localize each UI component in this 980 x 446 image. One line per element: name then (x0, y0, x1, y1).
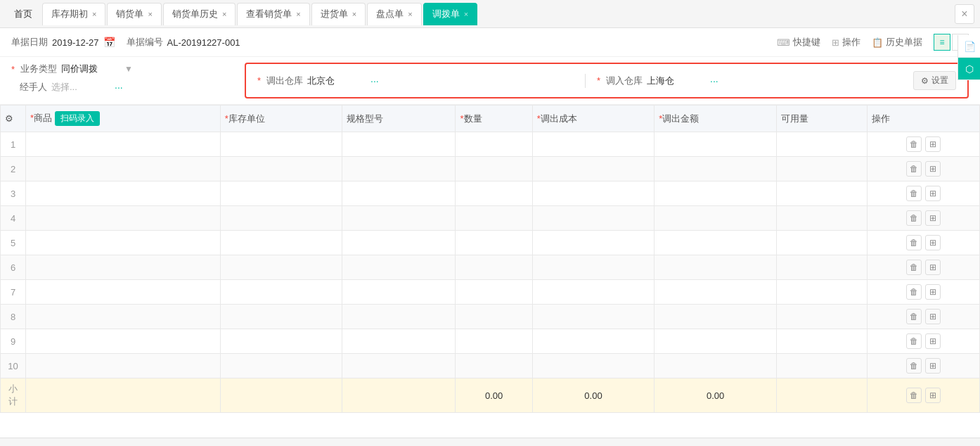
close-sales-history[interactable]: × (222, 10, 226, 18)
spec-cell[interactable] (342, 329, 456, 354)
close-sales-order[interactable]: × (148, 10, 152, 18)
footer-scrollbar[interactable] (0, 438, 980, 446)
qty-cell[interactable] (456, 329, 532, 354)
amount-cell[interactable] (655, 255, 777, 280)
tab-home[interactable]: 首页 (6, 3, 41, 25)
row-delete-btn[interactable]: 🗑 (906, 210, 922, 226)
calendar-icon[interactable]: 📅 (103, 37, 115, 48)
product-cell[interactable] (26, 255, 221, 280)
ops-btn[interactable]: ⊞ 操作 (832, 36, 860, 49)
row-delete-btn[interactable]: 🗑 (906, 333, 922, 349)
unit-cell[interactable] (220, 354, 342, 378)
spec-cell[interactable] (342, 280, 456, 305)
qty-cell[interactable] (456, 231, 532, 255)
scan-entry-btn[interactable]: 扫码录入 (55, 111, 100, 126)
cost-cell[interactable] (532, 132, 655, 157)
qty-cell[interactable] (456, 354, 532, 378)
cost-cell[interactable] (532, 280, 655, 305)
close-purchase[interactable]: × (352, 10, 356, 18)
amount-cell[interactable] (655, 132, 777, 157)
close-transfer[interactable]: × (464, 10, 468, 18)
cost-cell[interactable] (532, 181, 655, 206)
row-copy-btn[interactable]: ⊞ (925, 136, 941, 152)
unit-cell[interactable] (220, 157, 342, 181)
tab-transfer[interactable]: 调拨单 × (423, 3, 477, 25)
qty-cell[interactable] (456, 206, 532, 231)
row-copy-btn[interactable]: ⊞ (925, 284, 941, 300)
product-cell[interactable] (26, 181, 221, 206)
subtotal-delete-btn[interactable]: 🗑 (906, 388, 922, 403)
product-cell[interactable] (26, 132, 221, 157)
unit-cell[interactable] (220, 231, 342, 255)
list-view-btn[interactable]: ≡ (934, 34, 950, 51)
tab-sales-order[interactable]: 销货单 × (107, 3, 161, 25)
history-btn[interactable]: 📋 历史单据 (872, 36, 922, 49)
cost-cell[interactable] (532, 206, 655, 231)
warehouse-out-more-btn[interactable]: ··· (368, 75, 382, 87)
product-cell[interactable] (26, 206, 221, 231)
product-cell[interactable] (26, 305, 221, 329)
row-delete-btn[interactable]: 🗑 (906, 186, 922, 201)
amount-cell[interactable] (655, 354, 777, 378)
close-view-sales[interactable]: × (296, 10, 300, 18)
amount-cell[interactable] (655, 231, 777, 255)
close-inventory-init[interactable]: × (92, 10, 96, 18)
qty-cell[interactable] (456, 280, 532, 305)
cost-cell[interactable] (532, 255, 655, 280)
amount-cell[interactable] (655, 305, 777, 329)
unit-cell[interactable] (220, 181, 342, 206)
cost-cell[interactable] (532, 157, 655, 181)
shortcuts-btn[interactable]: ⌨ 快捷键 (777, 36, 820, 49)
tab-inventory-init[interactable]: 库存期初 × (42, 3, 105, 25)
row-copy-btn[interactable]: ⊞ (925, 161, 941, 177)
spec-cell[interactable] (342, 181, 456, 206)
unit-cell[interactable] (220, 280, 342, 305)
close-window-button[interactable]: × (955, 4, 974, 24)
product-cell[interactable] (26, 157, 221, 181)
cost-cell[interactable] (532, 354, 655, 378)
close-inventory-check[interactable]: × (408, 10, 412, 18)
qty-cell[interactable] (456, 157, 532, 181)
settings-button[interactable]: ⚙ 设置 (913, 71, 956, 90)
spec-cell[interactable] (342, 132, 456, 157)
spec-cell[interactable] (342, 305, 456, 329)
unit-cell[interactable] (220, 255, 342, 280)
row-delete-btn[interactable]: 🗑 (906, 161, 922, 177)
amount-cell[interactable] (655, 280, 777, 305)
subtotal-copy-btn[interactable]: ⊞ (925, 388, 941, 403)
tab-purchase[interactable]: 进货单 × (311, 3, 366, 25)
spec-cell[interactable] (342, 206, 456, 231)
row-copy-btn[interactable]: ⊞ (925, 333, 941, 349)
row-copy-btn[interactable]: ⊞ (925, 210, 941, 226)
qty-cell[interactable] (456, 181, 532, 206)
tab-view-sales[interactable]: 查看销货单 × (237, 3, 309, 25)
product-cell[interactable] (26, 231, 221, 255)
unit-cell[interactable] (220, 329, 342, 354)
product-cell[interactable] (26, 354, 221, 378)
row-copy-btn[interactable]: ⊞ (925, 309, 941, 324)
warehouse-in-more-btn[interactable]: ··· (707, 75, 721, 87)
product-cell[interactable] (26, 329, 221, 354)
row-delete-btn[interactable]: 🗑 (906, 260, 922, 275)
product-cell[interactable] (26, 280, 221, 305)
handler-more-btn[interactable]: ··· (112, 82, 126, 93)
row-delete-btn[interactable]: 🗑 (906, 284, 922, 300)
row-delete-btn[interactable]: 🗑 (906, 136, 922, 152)
tab-inventory-check[interactable]: 盘点单 × (367, 3, 421, 25)
right-expand-btn[interactable]: ⬡ (958, 58, 980, 80)
row-delete-btn[interactable]: 🗑 (906, 358, 922, 374)
cost-cell[interactable] (532, 329, 655, 354)
spec-cell[interactable] (342, 231, 456, 255)
row-delete-btn[interactable]: 🗑 (906, 235, 922, 250)
cost-cell[interactable] (532, 231, 655, 255)
right-doc-btn[interactable]: 📄 (958, 35, 980, 58)
business-type-dropdown[interactable]: ▼ (122, 64, 136, 74)
spec-cell[interactable] (342, 255, 456, 280)
row-copy-btn[interactable]: ⊞ (925, 260, 941, 275)
amount-cell[interactable] (655, 157, 777, 181)
cost-cell[interactable] (532, 305, 655, 329)
qty-cell[interactable] (456, 305, 532, 329)
amount-cell[interactable] (655, 206, 777, 231)
row-delete-btn[interactable]: 🗑 (906, 309, 922, 324)
col-settings-header[interactable]: ⚙ (1, 106, 26, 132)
